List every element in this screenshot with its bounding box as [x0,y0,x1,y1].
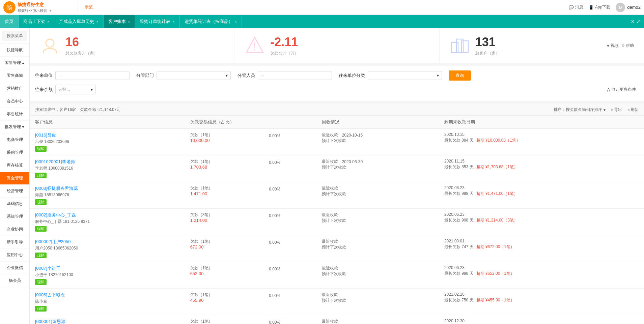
tab-products[interactable]: 商品上下架 × [19,15,54,28]
sidebar-item-ecommerce[interactable]: 电商管理 [0,134,29,146]
view-video-btn[interactable]: ● 视频 [607,43,619,49]
debt-info-cell: 欠款（1笔） 652.00 [185,262,264,289]
customer-name-link[interactable]: [0003]畅捷服务尹海蕊 [35,185,179,192]
sidebar-item-inventory[interactable]: 库存核算 [0,159,29,172]
debt-amount[interactable]: 652.00 [190,271,258,276]
close-production-tab[interactable]: × [96,20,98,24]
sidebar-item-finance[interactable]: 资金管理 [0,172,29,185]
sidebar-item-operations[interactable]: 经营管理 [0,185,29,198]
collapse-btn[interactable]: ⋀ 收起更多条件 [604,85,639,94]
customer-contact: 陈小希 [35,299,179,304]
sidebar-item-retail-store[interactable]: 零售商城 [0,69,29,82]
stat-card-actions: ● 视频 ⊙ 帮助 [607,43,634,49]
customer-name-link[interactable]: [0006]去下粮仓 [35,292,179,298]
debt-amount[interactable]: 1,214.00 [190,218,258,223]
customer-name-link[interactable]: [0002]服务中心_丁磊 [35,212,179,218]
close-customer-account-tab[interactable]: × [128,20,130,24]
debt-amount[interactable]: 672.00 [190,244,258,249]
stat-number-total: 131 [475,35,500,49]
sidebar-item-system[interactable]: 系统管理 [0,210,29,223]
unit-category-dropdown-icon: ▾ [437,73,439,78]
refresh-btn[interactable]: ○ 刷新 [627,107,639,113]
sidebar-item-retail-mgmt[interactable]: 零售管理 ▲ [0,57,29,69]
customer-name-link[interactable]: [0001020001]李老师 [35,159,179,165]
query-button[interactable]: 查询 [449,70,471,81]
customer-info-cell: [0001020001]李老师 李老师 18600391516 现销 [30,155,185,182]
overdue-amount[interactable]: 超期 ¥1,703.68（1笔） [476,164,518,170]
next-payment-label: 预计下次收款 [322,271,433,277]
tab-production[interactable]: 产成品入库单历史 × [54,15,103,28]
user-area[interactable]: D demo2 [616,3,641,12]
dept-select[interactable]: ▾ [157,71,231,80]
sidebar-item-app-center[interactable]: 应用中心 [0,249,29,262]
customer-contact: 用户2050 18665062050 [35,245,179,251]
recovery-cell: 最近收款 预计下次收款 [316,182,439,209]
person-input[interactable]: ··· [258,71,332,80]
overdue-amount[interactable]: 超期 ¥672.00（1笔） [476,244,514,250]
overdue-amount[interactable]: 超期 ¥652.00（1笔） [476,271,514,276]
tab-customer-account[interactable]: 客户账本 × [104,15,135,28]
close-all-tabs-icon[interactable]: × [631,18,635,25]
tab-purchase-stats[interactable]: 采购订单统计表 × [135,15,179,28]
sidebar-item-member-center[interactable]: 会员中心 [0,95,29,108]
sidebar-item-enterprise-wechat[interactable]: 企业微信 [0,262,29,274]
overdue-amount[interactable]: 超期 ¥455.90（1笔） [476,297,514,303]
tab-inbound-stats[interactable]: 进货单统计表（按商品） × [180,15,242,28]
sidebar-item-member-club[interactable]: 畅会员 [0,274,29,287]
balance-select[interactable]: 选择... ▾ [55,85,96,94]
overdue-amount[interactable]: 超期 ¥1,214.00（3笔） [476,217,518,223]
sidebar-item-new-guide[interactable]: 新手引导 [0,236,29,249]
overdue-days: 最长欠款 884 天 [444,138,474,143]
breadcrumb[interactable]: 示范 [85,4,93,10]
source-unit-input[interactable]: ··· [55,71,130,80]
debt-count: 欠款（1笔） [190,132,258,138]
filter-person: 分管人员 ··· [237,71,332,80]
svg-point-3 [254,49,255,51]
store-selector[interactable]: 母婴行业演示账套 [18,8,47,12]
debt-info-cell: 欠款（3笔） 1,214.00 [185,209,264,235]
help-btn[interactable]: ⊙ 帮助 [621,43,634,49]
th-recovery: 回收情况 [316,116,439,129]
sidebar-item-enterprise-collab[interactable]: 企业协同 [0,223,29,236]
due-date: 2020.12.30 [444,319,639,323]
debt-percent-cell: 0.00% [263,262,316,289]
customer-tag: 现销 [35,173,47,178]
close-products-tab[interactable]: × [47,20,49,24]
main-body: 搜索菜单 快捷导航 零售管理 ▲ 零售商城 营销推广 会员中心 零售统计 批发管… [0,28,644,324]
unit-category-select[interactable]: ▾ [368,71,442,80]
debt-amount[interactable]: 1,471.00 [190,191,258,196]
export-btn[interactable]: ○ 导出 [611,107,622,113]
tab-home[interactable]: 首页 [0,15,19,28]
sidebar-item-quick-nav[interactable]: 快捷导航 [0,44,29,57]
mobile-icon: 📱 [589,5,594,10]
search-menu-btn[interactable]: 搜索菜单 [2,31,27,41]
sort-control[interactable]: 排序：按欠款金额倒序排序 ▾ [554,107,606,113]
sidebar-item-basic-info[interactable]: 基础信息 [0,198,29,210]
customer-name-link[interactable]: [000002]用户2050 [35,239,179,245]
due-date-cell: 2020.10.15 最长欠款 884 天 超期 ¥10,000.00（1笔） [439,129,644,155]
debt-amount[interactable]: 455.90 [190,298,258,303]
message-btn[interactable]: 💬 消息 [569,4,583,10]
next-payment-label: 预计下次收款 [322,218,433,224]
sidebar-item-retail-stats[interactable]: 零售统计 [0,108,29,121]
close-inbound-stats-tab[interactable]: × [235,20,237,24]
customer-name-link[interactable]: [0007]小进干 [35,265,179,271]
customer-contact: 服务中心_丁磊 181 0125 8371 [35,219,179,225]
overdue-amount[interactable]: 超期 ¥1,471.00（1笔） [476,191,518,197]
filter-source-unit: 往来单位 ··· [35,71,130,80]
arrow-down-icon-batch: ▼ [22,125,25,129]
sidebar-item-batch-mgmt[interactable]: 批发管理 ▼ [0,121,29,134]
overdue-amount[interactable]: 超期 ¥10,000.00（1笔） [476,138,520,143]
restore-tab-icon[interactable]: ⤢ [637,19,641,24]
app-download-btn[interactable]: 📱 App下载 [589,4,610,10]
customer-name-link[interactable]: [0016]吕俊 [35,132,179,138]
debt-amount[interactable]: 1,703.68 [190,165,258,170]
debt-info-cell: 欠款（1笔） 672.00 [185,235,264,262]
customer-contact: 李老师 18600391516 [35,166,179,171]
sidebar-item-marketing[interactable]: 营销推广 [0,82,29,95]
sidebar-item-purchase-mgmt[interactable]: 采购管理 [0,146,29,159]
close-purchase-stats-tab[interactable]: × [172,20,174,24]
debt-percent: 0.00% [269,320,311,324]
customer-name-link[interactable]: [000001]黄思源 [35,319,179,324]
debt-amount[interactable]: 10,000.00 [190,138,258,143]
